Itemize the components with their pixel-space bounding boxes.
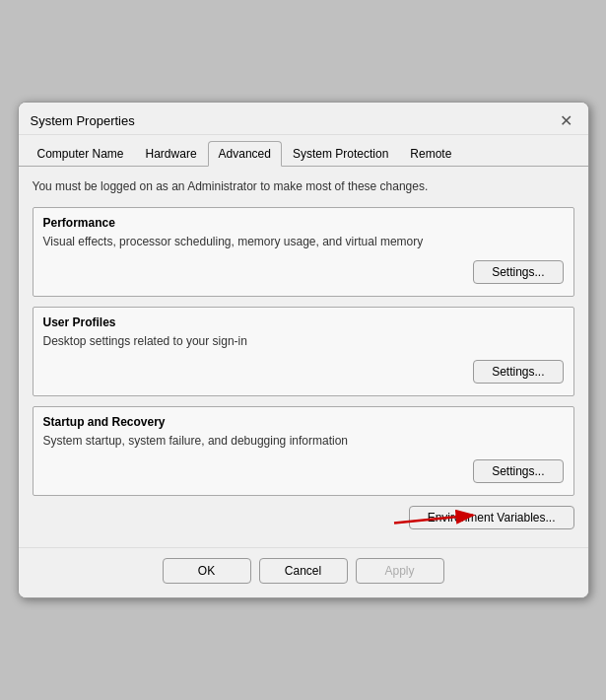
startup-recovery-section: Startup and Recovery System startup, sys…	[33, 406, 574, 496]
user-profiles-section: User Profiles Desktop settings related t…	[33, 307, 574, 396]
arrow-icon	[389, 501, 488, 533]
cancel-button[interactable]: Cancel	[259, 558, 348, 584]
tab-remote[interactable]: Remote	[399, 141, 462, 166]
system-properties-dialog: System Properties ✕ Computer Name Hardwa…	[18, 102, 589, 597]
svg-line-1	[394, 515, 473, 523]
apply-button[interactable]: Apply	[356, 558, 444, 584]
dialog-title: System Properties	[31, 113, 135, 128]
ok-button[interactable]: OK	[163, 558, 251, 584]
tab-content: You must be logged on as an Administrato…	[19, 167, 588, 546]
user-profiles-description: Desktop settings related to your sign-in	[43, 333, 564, 350]
env-variables-row: Environment Variables...	[33, 506, 574, 529]
startup-recovery-title: Startup and Recovery	[43, 415, 564, 429]
tab-computer-name[interactable]: Computer Name	[27, 141, 135, 166]
performance-title: Performance	[43, 216, 564, 230]
startup-recovery-settings-button[interactable]: Settings...	[473, 459, 563, 483]
user-profiles-title: User Profiles	[43, 315, 564, 329]
performance-section: Performance Visual effects, processor sc…	[33, 207, 574, 297]
tab-bar: Computer Name Hardware Advanced System P…	[19, 135, 588, 167]
tab-hardware[interactable]: Hardware	[135, 141, 208, 166]
close-button[interactable]: ✕	[557, 110, 576, 130]
user-profiles-settings-button[interactable]: Settings...	[473, 360, 563, 384]
tab-system-protection[interactable]: System Protection	[282, 141, 399, 166]
user-profiles-btn-row: Settings...	[43, 360, 564, 384]
startup-recovery-description: System startup, system failure, and debu…	[43, 433, 564, 450]
admin-notice: You must be logged on as an Administrato…	[33, 178, 574, 195]
performance-settings-button[interactable]: Settings...	[473, 260, 563, 284]
dialog-footer: OK Cancel Apply	[19, 547, 588, 597]
performance-description: Visual effects, processor scheduling, me…	[43, 234, 564, 250]
tab-advanced[interactable]: Advanced	[208, 141, 282, 167]
title-bar: System Properties ✕	[19, 103, 588, 135]
performance-btn-row: Settings...	[43, 260, 564, 284]
startup-recovery-btn-row: Settings...	[43, 459, 564, 483]
